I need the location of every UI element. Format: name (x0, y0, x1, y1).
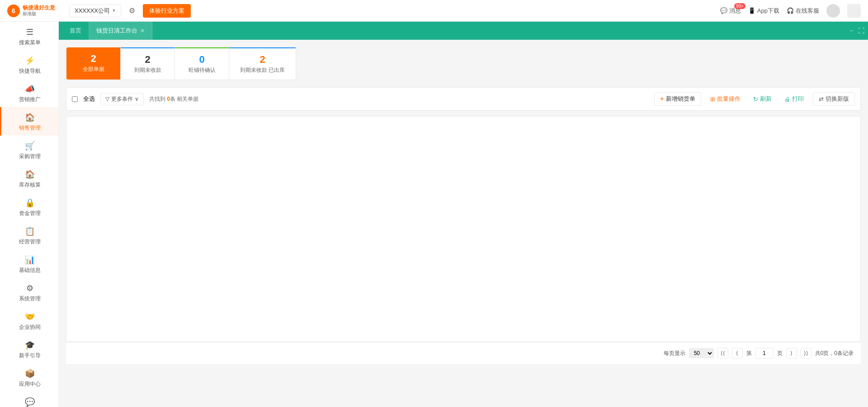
filter-button[interactable]: ▽ 更多条件 ∨ (100, 93, 144, 105)
found-text: 共找到 0条 相关单据 (149, 95, 198, 103)
wecom-icon: 💬 (25, 397, 35, 407)
header-right: 💬 消息 99+ 📱 App下载 🎧 在线客服 (720, 4, 861, 18)
sidebar-item-sales[interactable]: 🏠 销售管理 (0, 107, 58, 136)
stats-row: 2 全部单据 2 到期未收款 0 旺铺待确认 2 到期未收款 已出库 (66, 47, 296, 80)
sidebar-label-app-center: 应用中心 (19, 380, 41, 388)
tab-home[interactable]: 首页 (62, 22, 89, 40)
company-name: XXXXXX公司 (75, 7, 110, 15)
print-label: 打印 (792, 95, 804, 103)
sidebar-item-app-center[interactable]: 📦 应用中心 (0, 363, 58, 392)
sidebar-label-search-menu: 搜索菜单 (19, 39, 41, 47)
stat-card-all[interactable]: 2 全部单据 (66, 47, 121, 80)
chevron-down-icon: ▼ (112, 8, 116, 13)
plus-icon: + (660, 95, 664, 103)
tab-maximize-icon[interactable]: ⛶ (858, 27, 864, 34)
tab-close-icon[interactable]: ✕ (140, 28, 145, 34)
total-pages-label: 共0页，0条记录 (815, 350, 854, 357)
sidebar-item-cooperation[interactable]: 🤝 企业协同 (0, 306, 58, 335)
refresh-label: 刷新 (760, 95, 772, 103)
page-label: 第 (746, 350, 752, 357)
inventory-icon: 🏠 (25, 169, 35, 179)
quick-nav-icon: ⚡ (25, 56, 35, 65)
company-selector[interactable]: XXXXXX公司 ▼ (70, 5, 121, 17)
tab-bar-right: － ⛶ (848, 27, 864, 35)
tab-home-label: 首页 (70, 27, 81, 35)
sidebar-item-inventory[interactable]: 🏠 库存核算 (0, 164, 58, 192)
stat-num-pending: 0 (186, 54, 218, 65)
main-content: 2 全部单据 2 到期未收款 0 旺铺待确认 2 到期未收款 已出库 全选 ▽ … (59, 40, 868, 407)
stat-card-overdue[interactable]: 2 到期未收款 (121, 47, 175, 80)
stat-label-all: 全部单据 (77, 65, 109, 73)
app-download-icon: 📱 (748, 7, 755, 14)
new-btn-label: 新增销货单 (666, 95, 695, 103)
per-page-select[interactable]: 50 100 (689, 348, 714, 358)
batch-label: 批量操作 (717, 95, 741, 103)
filter-icon: ▽ (105, 96, 109, 102)
tab-minimize-icon[interactable]: － (848, 27, 854, 35)
page-last-button[interactable]: ⟩⟩ (801, 348, 811, 359)
sidebar-item-marketing[interactable]: 📣 营销推广 (0, 79, 58, 107)
logo-text: 畅捷通好生意 标准版 (23, 5, 55, 16)
app-download-button[interactable]: 📱 App下载 (748, 7, 779, 15)
batch-operation-button[interactable]: ⊞ 批量操作 (707, 93, 744, 105)
sidebar-label-base-info: 基础信息 (19, 267, 41, 274)
top-header: 6 畅捷通好生意 标准版 XXXXXX公司 ▼ ⚙ 体验行业方案 💬 消息 99… (0, 0, 868, 22)
switch-version-button[interactable]: ⇄ 切换新版 (813, 92, 855, 106)
system-icon: ⚙ (26, 283, 33, 293)
stat-label-shipped: 到期未收款 已出库 (240, 66, 285, 74)
stat-num-shipped: 2 (240, 54, 285, 65)
sidebar-label-inventory: 库存核算 (19, 181, 41, 189)
sidebar-label-cooperation: 企业协同 (19, 323, 41, 331)
sidebar-item-operations[interactable]: 📋 经营管理 (0, 221, 58, 249)
settings-button[interactable]: ⚙ (125, 4, 139, 18)
sidebar-label-system: 系统管理 (19, 295, 41, 303)
refresh-button[interactable]: ↻ 刷新 (750, 93, 775, 105)
page-number-input[interactable] (755, 348, 774, 359)
sidebar-item-wecom[interactable]: 💬 企业微信 (0, 392, 58, 407)
stat-card-shipped[interactable]: 2 到期未收款 已出库 (229, 47, 296, 80)
sidebar: ☰ 搜索菜单 ⚡ 快捷导航 📣 营销推广 🏠 销售管理 🛒 采购管理 🏠 库存核… (0, 22, 59, 407)
refresh-icon: ↻ (753, 96, 758, 103)
table-area (66, 116, 861, 342)
tab-workbench[interactable]: 钱货日清工作台 ✕ (89, 22, 152, 40)
page-first-button[interactable]: ⟨⟨ (717, 348, 728, 359)
logo-sub-text: 标准版 (23, 11, 55, 17)
sidebar-item-system[interactable]: ⚙ 系统管理 (0, 278, 58, 306)
app-download-label: App下载 (757, 7, 779, 15)
logo-main-text: 畅捷通好生意 (23, 5, 55, 11)
sidebar-label-sales: 销售管理 (19, 124, 41, 132)
operations-icon: 📋 (25, 226, 35, 236)
filter-chevron-icon: ∨ (135, 96, 139, 102)
marketing-icon: 📣 (25, 84, 35, 94)
try-plan-button[interactable]: 体验行业方案 (143, 4, 191, 18)
new-sales-order-button[interactable]: + 新增销货单 (654, 92, 701, 106)
headset-icon: 🎧 (787, 7, 794, 14)
sidebar-label-guide: 新手引导 (19, 352, 41, 360)
stat-card-pending[interactable]: 0 旺铺待确认 (175, 47, 229, 80)
sidebar-item-finance[interactable]: 🔒 资金管理 (0, 192, 58, 221)
select-all-checkbox[interactable] (72, 96, 78, 102)
message-badge: 99+ (734, 3, 745, 9)
print-icon: 🖨 (784, 96, 790, 103)
sidebar-label-operations: 经营管理 (19, 238, 41, 246)
sidebar-label-finance: 资金管理 (19, 210, 41, 217)
sidebar-item-quick-nav[interactable]: ⚡ 快捷导航 (0, 50, 58, 79)
page-next-button[interactable]: ⟩ (786, 348, 797, 359)
sidebar-item-search-menu[interactable]: ☰ 搜索菜单 (0, 22, 58, 50)
sidebar-item-base-info[interactable]: 📊 基础信息 (0, 249, 58, 278)
online-service-button[interactable]: 🎧 在线客服 (787, 7, 819, 15)
print-button[interactable]: 🖨 打印 (781, 93, 807, 105)
per-page-label: 每页显示 (664, 350, 685, 357)
sidebar-item-purchase[interactable]: 🛒 采购管理 (0, 136, 58, 164)
tab-workbench-label: 钱货日清工作台 (96, 27, 137, 35)
sidebar-item-guide[interactable]: 🎓 新手引导 (0, 335, 58, 363)
message-button[interactable]: 💬 消息 99+ (720, 7, 741, 15)
stat-num-all: 2 (77, 53, 109, 65)
base-info-icon: 📊 (25, 255, 35, 265)
stat-label-pending: 旺铺待确认 (186, 66, 218, 74)
finance-icon: 🔒 (25, 198, 35, 208)
avatar[interactable] (826, 4, 840, 18)
page-prev-button[interactable]: ⟨ (732, 348, 743, 359)
toolbar: 全选 ▽ 更多条件 ∨ 共找到 0条 相关单据 + 新增销货单 ⊞ 批量操作 ↻… (66, 87, 861, 111)
sidebar-label-marketing: 营销推广 (19, 96, 41, 103)
